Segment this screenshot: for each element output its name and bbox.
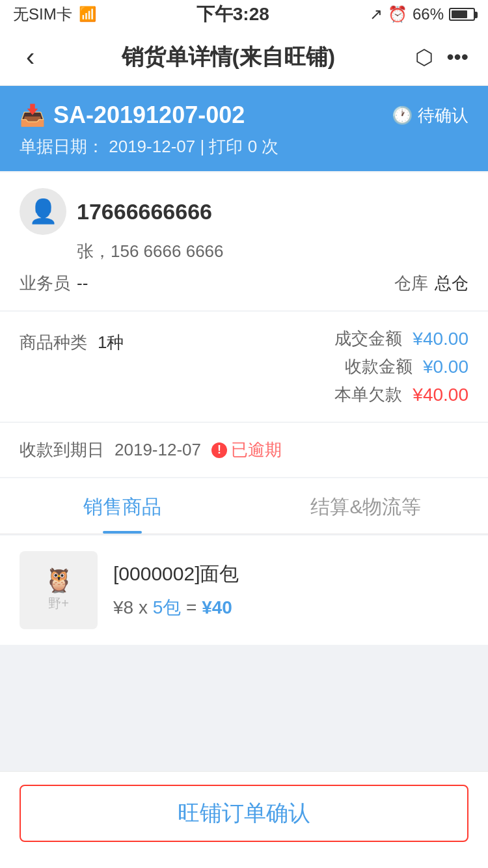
order-id: 📥 SA-20191207-002 — [20, 102, 245, 129]
confirm-order-button[interactable]: 旺铺订单确认 — [20, 785, 468, 842]
category-value: 1种 — [98, 331, 124, 354]
product-logo-text: 野+ — [44, 595, 74, 612]
alarm-icon: ⏰ — [388, 5, 407, 23]
product-image: 🦉 野+ — [20, 551, 98, 629]
tab-settlement-logistics[interactable]: 结算&物流等 — [244, 478, 488, 534]
product-logo: 🦉 野+ — [44, 569, 74, 612]
order-date-label: 单据日期： — [20, 137, 104, 156]
customer-card: 👤 17666666666 张，156 6666 6666 业务员 -- 仓库 … — [0, 172, 488, 310]
order-date-row: 单据日期： 2019-12-07 | 打印 0 次 — [20, 135, 468, 158]
carrier-text: 无SIM卡 — [13, 4, 72, 25]
summary-card: 商品种类 1种 成交金额 ¥40.00 收款金额 ¥0.00 本单欠款 ¥40.… — [0, 312, 488, 422]
order-status-text: 待确认 — [418, 104, 468, 127]
status-right: ↗ ⏰ 66% — [370, 5, 475, 23]
bottom-bar: 旺铺订单确认 — [0, 771, 488, 868]
order-inbox-icon: 📥 — [20, 103, 46, 128]
product-equals: = — [181, 597, 202, 617]
back-button[interactable]: ‹ — [20, 36, 41, 78]
due-date-card: 收款到期日 2019-12-07 ! 已逾期 — [0, 423, 488, 477]
sales-label: 业务员 — [20, 272, 70, 295]
warehouse-item: 仓库 总仓 — [394, 272, 468, 295]
due-date-label: 收款到期日 — [20, 439, 104, 461]
debt-label: 本单欠款 — [334, 383, 402, 406]
due-date-value: 2019-12-07 — [115, 440, 201, 460]
product-name: [0000002]面包 — [113, 561, 468, 588]
debt-row: 本单欠款 ¥40.00 — [334, 383, 468, 406]
status-bar: 无SIM卡 📶 下午3:28 ↗ ⏰ 66% — [0, 0, 488, 29]
overdue-text: 已逾期 — [231, 439, 282, 461]
tab-underline — [103, 531, 142, 534]
sales-item: 业务员 -- — [20, 272, 88, 295]
product-total: ¥40 — [202, 597, 232, 617]
warehouse-label: 仓库 — [394, 272, 428, 295]
avatar: 👤 — [20, 188, 66, 235]
nav-actions: ⬡ ••• — [415, 45, 468, 70]
warehouse-value: 总仓 — [435, 272, 468, 295]
status-left: 无SIM卡 📶 — [13, 4, 96, 25]
sales-value: -- — [77, 273, 88, 293]
overdue-badge: ! 已逾期 — [211, 439, 282, 461]
tabs-bar: 销售商品 结算&物流等 — [0, 478, 488, 534]
battery-icon — [449, 8, 475, 21]
product-quantity: 5包 — [153, 597, 182, 617]
product-price-text: ¥8 x — [113, 597, 153, 617]
payment-label: 收款金额 — [345, 355, 413, 378]
more-icon[interactable]: ••• — [446, 45, 468, 69]
order-status: 🕐 待确认 — [392, 104, 468, 127]
order-id-text: SA-20191207-002 — [53, 102, 245, 129]
payment-row: 收款金额 ¥0.00 — [345, 355, 468, 378]
summary-right: 成交金额 ¥40.00 收款金额 ¥0.00 本单欠款 ¥40.00 — [334, 327, 468, 406]
customer-phone: 17666666666 — [77, 199, 212, 224]
page-title: 销货单详情(来自旺铺) — [122, 42, 336, 72]
clock-icon: 🕐 — [392, 105, 413, 126]
product-price: ¥8 x 5包 = ¥40 — [113, 595, 468, 620]
payment-value: ¥0.00 — [423, 357, 468, 377]
location-icon: ↗ — [370, 5, 383, 23]
tab-settlement-logistics-label: 结算&物流等 — [310, 496, 421, 517]
product-info: [0000002]面包 ¥8 x 5包 = ¥40 — [113, 561, 468, 620]
order-date-separator: | — [200, 137, 209, 156]
status-time: 下午3:28 — [197, 2, 269, 27]
product-card: 🦉 野+ [0000002]面包 ¥8 x 5包 = ¥40 — [0, 536, 488, 645]
order-print-text: 打印 0 次 — [209, 137, 278, 156]
debt-value: ¥40.00 — [413, 385, 468, 405]
customer-meta: 业务员 -- 仓库 总仓 — [20, 272, 468, 295]
transaction-row: 成交金额 ¥40.00 — [334, 327, 468, 350]
summary-left: 商品种类 1种 — [20, 327, 334, 354]
tab-sales-products[interactable]: 销售商品 — [0, 478, 244, 534]
nav-bar: ‹ 销货单详情(来自旺铺) ⬡ ••• — [0, 29, 488, 86]
transaction-value: ¥40.00 — [413, 329, 468, 349]
battery-percentage: 66% — [413, 5, 444, 23]
order-number-row: 📥 SA-20191207-002 🕐 待确认 — [20, 102, 468, 129]
avatar-icon: 👤 — [29, 198, 58, 225]
wifi-icon: 📶 — [79, 6, 96, 23]
customer-name: 张，156 6666 6666 — [20, 240, 468, 263]
overdue-dot-icon: ! — [211, 442, 227, 458]
category-label: 商品种类 — [20, 331, 87, 354]
order-date-value: 2019-12-07 — [109, 137, 195, 156]
transaction-label: 成交金额 — [334, 327, 402, 350]
share-icon[interactable]: ⬡ — [415, 45, 433, 70]
content-spacer — [0, 645, 488, 775]
tab-sales-products-label: 销售商品 — [83, 496, 161, 517]
order-header-card: 📥 SA-20191207-002 🕐 待确认 单据日期： 2019-12-07… — [0, 86, 488, 171]
customer-row: 👤 17666666666 — [20, 188, 468, 235]
